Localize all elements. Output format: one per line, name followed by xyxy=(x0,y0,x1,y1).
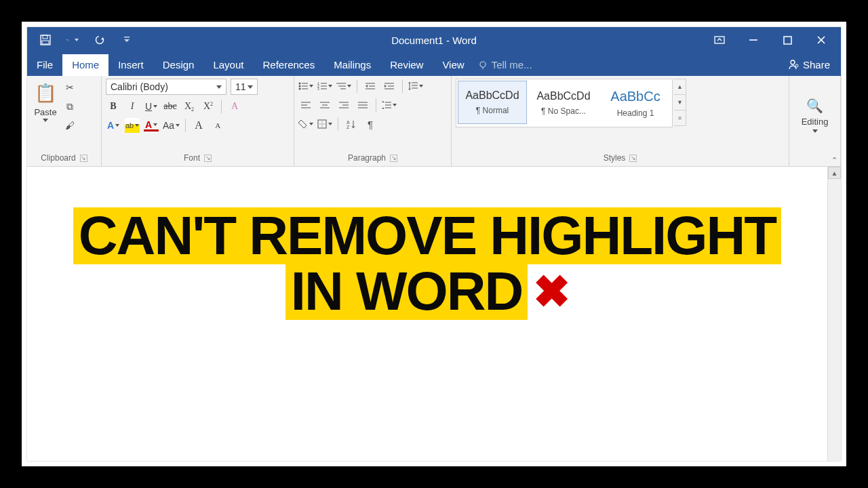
close-icon[interactable] xyxy=(814,33,829,47)
dialog-launcher-icon[interactable]: ↘ xyxy=(80,155,87,162)
svg-rect-7 xyxy=(784,37,791,44)
shrink-font-button[interactable]: A xyxy=(210,118,225,133)
tab-home[interactable]: Home xyxy=(62,54,108,76)
window-title: Document1 - Word xyxy=(391,35,477,46)
editing-label[interactable]: Editing xyxy=(802,117,829,127)
svg-point-16 xyxy=(299,85,301,87)
numbering-button[interactable]: 123 xyxy=(317,79,332,94)
style-gallery: AaBbCcDd ¶ Normal AaBbCcDd ¶ No Spac... … xyxy=(456,79,673,127)
svg-point-12 xyxy=(791,60,795,64)
save-icon[interactable] xyxy=(39,34,52,46)
style-gallery-scroll[interactable]: ▲ ▼ ≡ xyxy=(674,79,686,126)
svg-text:Z: Z xyxy=(347,125,350,129)
undo-icon[interactable] xyxy=(66,34,79,46)
chevron-up-icon[interactable]: ▲ xyxy=(674,79,686,95)
underline-button[interactable]: U xyxy=(144,99,159,114)
grow-font-button[interactable]: A xyxy=(191,118,206,133)
svg-text:A: A xyxy=(347,120,350,125)
ribbon: 📋 Paste ✂ ⧉ 🖌 Clipboard↘ Calibri (Body) … xyxy=(27,76,841,167)
gallery-expand-icon[interactable]: ≡ xyxy=(674,110,686,125)
tell-me-search[interactable]: Tell me... xyxy=(474,59,539,76)
font-size-selector[interactable]: 11 xyxy=(231,79,258,95)
tab-design[interactable]: Design xyxy=(153,54,204,76)
tab-mailings[interactable]: Mailings xyxy=(324,54,380,76)
vertical-scrollbar[interactable]: ▲ xyxy=(827,167,841,461)
justify-button[interactable] xyxy=(355,98,370,113)
subscript-button[interactable]: X xyxy=(182,99,197,114)
group-paragraph: 123 xyxy=(294,76,452,166)
superscript-button[interactable]: X xyxy=(201,99,216,114)
align-center-button[interactable] xyxy=(317,98,332,113)
tab-view[interactable]: View xyxy=(433,54,473,76)
ribbon-tabs: File Home Insert Design Layout Reference… xyxy=(27,53,841,76)
maximize-icon[interactable] xyxy=(780,33,795,47)
increase-indent-button[interactable] xyxy=(382,79,397,94)
strikethrough-button[interactable]: abc xyxy=(163,99,178,114)
svg-point-3 xyxy=(96,37,104,44)
multilevel-list-button[interactable] xyxy=(336,79,351,94)
dialog-launcher-icon[interactable]: ↘ xyxy=(204,155,212,162)
dialog-launcher-icon[interactable]: ↘ xyxy=(629,155,637,162)
italic-button[interactable]: I xyxy=(125,99,140,114)
bold-button[interactable]: B xyxy=(106,99,121,114)
svg-point-13 xyxy=(795,64,798,67)
style-heading-1[interactable]: AaBbCc Heading 1 xyxy=(600,81,671,125)
tab-layout[interactable]: Layout xyxy=(203,54,253,76)
svg-text:3: 3 xyxy=(317,87,319,90)
svg-point-14 xyxy=(299,83,301,85)
highlight-button[interactable]: ab xyxy=(125,118,140,133)
line-spacing-button-2[interactable] xyxy=(382,98,397,113)
svg-rect-2 xyxy=(42,41,49,44)
paste-icon: 📋 xyxy=(34,80,57,106)
sort-button[interactable]: AZ xyxy=(344,117,359,131)
svg-point-18 xyxy=(299,88,301,90)
text-effects-button[interactable]: A xyxy=(106,118,121,133)
chevron-down-icon[interactable]: ▼ xyxy=(674,95,686,110)
chevron-down-icon xyxy=(812,129,818,133)
ribbon-display-icon[interactable] xyxy=(712,33,727,47)
svg-rect-4 xyxy=(124,37,130,38)
style-no-spacing[interactable]: AaBbCcDd ¶ No Spac... xyxy=(528,81,599,125)
scroll-up-icon[interactable]: ▲ xyxy=(828,167,841,179)
cut-icon[interactable]: ✂ xyxy=(64,81,76,94)
share-icon xyxy=(787,58,799,70)
dialog-launcher-icon[interactable]: ↘ xyxy=(390,155,397,162)
font-color-button[interactable]: A xyxy=(144,119,159,131)
show-hide-button[interactable]: ¶ xyxy=(363,117,378,131)
document-page[interactable]: CAN'T REMOVE HIGHLIGHT IN WORD ✖ xyxy=(27,167,827,461)
qat-customize-icon[interactable] xyxy=(121,34,133,46)
tab-references[interactable]: References xyxy=(253,54,324,76)
borders-button[interactable] xyxy=(317,117,332,131)
format-painter-icon[interactable]: 🖌 xyxy=(64,119,76,131)
tab-file[interactable]: File xyxy=(27,54,62,76)
decrease-indent-button[interactable] xyxy=(363,79,378,94)
highlighted-text-line2: IN WORD xyxy=(285,263,528,320)
style-normal[interactable]: AaBbCcDd ¶ Normal xyxy=(458,81,527,124)
collapse-ribbon-icon[interactable]: ⌃ xyxy=(831,156,837,165)
share-label: Share xyxy=(803,59,830,70)
clear-formatting-button[interactable]: A xyxy=(227,99,242,114)
bullets-button[interactable] xyxy=(298,79,313,94)
align-right-button[interactable] xyxy=(336,98,351,113)
tab-insert[interactable]: Insert xyxy=(108,54,153,76)
line-spacing-button[interactable] xyxy=(408,79,423,94)
group-styles: AaBbCcDd ¶ Normal AaBbCcDd ¶ No Spac... … xyxy=(452,76,789,166)
align-left-button[interactable] xyxy=(298,98,313,113)
copy-icon[interactable]: ⧉ xyxy=(64,100,76,113)
redo-icon[interactable] xyxy=(94,34,106,46)
paste-button[interactable]: 📋 Paste xyxy=(31,79,60,123)
find-icon[interactable]: 🔍 xyxy=(806,98,823,114)
tab-review[interactable]: Review xyxy=(380,54,433,76)
share-button[interactable]: Share xyxy=(787,58,841,76)
tell-me-label: Tell me... xyxy=(492,59,532,70)
group-label-clipboard: Clipboard xyxy=(41,153,75,163)
font-name-selector[interactable]: Calibri (Body) xyxy=(106,79,226,95)
group-label-styles: Styles xyxy=(604,153,626,163)
svg-point-10 xyxy=(480,62,486,67)
group-label-font: Font xyxy=(184,153,200,163)
minimize-icon[interactable] xyxy=(746,33,761,47)
group-clipboard: 📋 Paste ✂ ⧉ 🖌 Clipboard↘ xyxy=(27,76,102,166)
group-label-paragraph: Paragraph xyxy=(348,153,386,163)
change-case-button[interactable]: Aa xyxy=(163,118,180,133)
shading-button[interactable] xyxy=(298,117,313,131)
